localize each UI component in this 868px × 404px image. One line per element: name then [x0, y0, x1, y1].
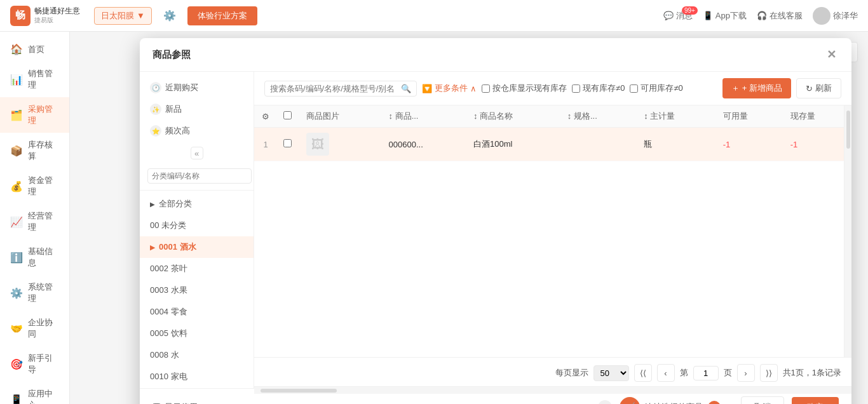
- sidebar-label: 新手引导: [28, 353, 59, 375]
- message-badge: 99+: [682, 6, 698, 15]
- sidebar-item-enterprise[interactable]: 🤝 企业协同: [0, 311, 69, 346]
- sidebar-item-finance[interactable]: 💰 资金管理: [0, 168, 69, 204]
- app-download-button[interactable]: 📱 App下载: [703, 10, 747, 22]
- col-name[interactable]: ↕ 商品名称: [467, 105, 561, 128]
- add-product-button[interactable]: ＋ + 新增商品: [722, 78, 791, 98]
- info-icon: ℹ️: [10, 252, 23, 264]
- high-frequency-filter[interactable]: ⭐ 频次高: [140, 120, 254, 142]
- first-page-button[interactable]: ⟨⟨: [634, 364, 652, 382]
- category-search-row: 🔍: [140, 165, 254, 187]
- sidebar-label: 库存核算: [28, 139, 59, 162]
- sidebar-item-system[interactable]: ⚙️ 系统管理: [0, 275, 69, 311]
- category-label: 0008 水: [150, 349, 179, 361]
- sidebar-item-purchase[interactable]: 🗂️ 采购管理: [0, 97, 69, 133]
- category-0004[interactable]: 0004 零食: [140, 301, 254, 323]
- product-search-wrap: 🔍: [264, 81, 417, 97]
- pagination: 每页显示 10 20 50 100 ⟨⟨ ‹ 第 页 › ⟩⟩: [254, 357, 851, 388]
- category-all[interactable]: ▶ 全部分类: [140, 193, 254, 215]
- messages-button[interactable]: 💬 消息 99+: [663, 10, 693, 22]
- category-label: 全部分类: [159, 198, 192, 210]
- category-label: 00 未分类: [150, 220, 186, 231]
- new-icon: ✨: [150, 104, 161, 115]
- toolbar-right: ＋ + 新增商品 ↻ 刷新: [722, 78, 841, 98]
- checkbox-warehouse-stock[interactable]: 按仓库显示现有库存: [482, 83, 567, 94]
- cart-icon[interactable]: 🛒: [620, 397, 640, 404]
- user-profile[interactable]: 徐泽华: [813, 7, 858, 25]
- chevron-up-icon[interactable]: ∧: [726, 401, 733, 405]
- col-unit[interactable]: ↕ 主计量: [637, 105, 716, 128]
- category-search-input[interactable]: [147, 168, 252, 184]
- right-panel: 🔍 🔽 更多条件 ∧ 按仓库显示现有库存: [254, 72, 851, 388]
- home-icon: 🏠: [10, 43, 23, 55]
- next-page-button[interactable]: ›: [737, 364, 755, 382]
- col-image: 商品图片: [300, 105, 383, 128]
- dialog-close-button[interactable]: ✕: [824, 47, 839, 62]
- store-selector[interactable]: 日太阳膜 ▼: [94, 7, 152, 25]
- vertical-scrollbar[interactable]: [844, 105, 851, 357]
- sidebar-item-apps[interactable]: 📱 应用中心: [0, 382, 69, 404]
- purchase-icon: 🗂️: [10, 109, 23, 121]
- sidebar-item-home[interactable]: 🏠 首页: [0, 37, 69, 62]
- sidebar-label: 资金管理: [28, 175, 59, 198]
- enterprise-icon: 🤝: [10, 323, 23, 335]
- product-search-input[interactable]: [270, 84, 397, 93]
- cart-count: 0: [708, 401, 721, 404]
- sidebar-item-inventory[interactable]: 📦 库存核算: [0, 133, 69, 168]
- main-content: 查询 设置 刷新 商品参照 ✕ 🕐 近期购买 ✨: [70, 32, 868, 404]
- online-service-button[interactable]: 🎧 在线客服: [757, 10, 803, 22]
- table-row[interactable]: 1 🖼 000600... 白酒100ml 瓶 -1: [254, 128, 851, 161]
- search-icon[interactable]: 🔍: [401, 84, 411, 93]
- row-checkbox-cell[interactable]: [277, 128, 300, 161]
- col-code[interactable]: ↕ 商品...: [383, 105, 468, 128]
- col-available: 可用量: [717, 105, 784, 128]
- row-stock-cell: -1: [784, 128, 851, 161]
- select-all-checkbox[interactable]: [283, 111, 292, 119]
- col-settings[interactable]: ⚙: [254, 105, 277, 128]
- arrow-right-icon: ▶: [150, 244, 155, 251]
- category-label: 0002 茶叶: [150, 263, 187, 274]
- category-0010[interactable]: 0010 家电: [140, 366, 254, 387]
- prev-page-button[interactable]: ‹: [657, 364, 675, 382]
- recent-purchase-filter[interactable]: 🕐 近期购买: [140, 77, 254, 98]
- logo-area: 畅 畅捷通好生意 捷易版: [10, 6, 86, 26]
- message-icon: 💬: [663, 11, 674, 20]
- help-icon[interactable]: ?: [598, 400, 612, 404]
- checkbox-stock-not-zero[interactable]: 现有库存≠0: [572, 83, 625, 94]
- sidebar-item-guide[interactable]: 🎯 新手引导: [0, 346, 69, 382]
- per-page-label: 每页显示: [555, 367, 588, 379]
- page-size-select[interactable]: 10 20 50 100: [593, 365, 629, 381]
- logo-icon: 畅: [10, 6, 31, 26]
- sidebar-item-operations[interactable]: 📈 经营管理: [0, 204, 69, 239]
- filter-bar: 🔍 🔽 更多条件 ∧ 按仓库显示现有库存: [254, 72, 851, 105]
- trial-button[interactable]: 体验行业方案: [187, 6, 257, 25]
- more-conditions-button[interactable]: 🔽 更多条件 ∧: [422, 83, 477, 94]
- product-reference-dialog: 商品参照 ✕ 🕐 近期购买 ✨ 新品 ⭐ 频次: [140, 38, 851, 404]
- col-select-all[interactable]: [277, 105, 300, 128]
- settings-icon[interactable]: ⚙️: [159, 6, 180, 26]
- left-panel: 🕐 近期购买 ✨ 新品 ⭐ 频次高 «: [140, 72, 254, 388]
- category-0001[interactable]: ▶ 0001 酒水: [140, 236, 254, 258]
- show-disabled-checkbox[interactable]: 显示停用: [153, 401, 198, 404]
- row-spec-cell: [561, 128, 637, 161]
- horizontal-scrollbar[interactable]: [254, 386, 851, 388]
- page-input[interactable]: [693, 366, 719, 380]
- row-checkbox[interactable]: [283, 139, 292, 147]
- category-0005[interactable]: 0005 饮料: [140, 323, 254, 344]
- category-0002[interactable]: 0002 茶叶: [140, 258, 254, 279]
- category-0003[interactable]: 0003 水果: [140, 279, 254, 301]
- last-page-button[interactable]: ⟩⟩: [760, 364, 778, 382]
- product-image: 🖼: [306, 133, 329, 156]
- checkbox-available-not-zero[interactable]: 可用库存≠0: [630, 83, 682, 94]
- collapse-button[interactable]: «: [191, 147, 203, 159]
- cancel-button[interactable]: 取消: [741, 396, 784, 404]
- confirm-button[interactable]: 确定: [792, 397, 839, 404]
- category-0008[interactable]: 0008 水: [140, 344, 254, 366]
- sidebar-item-basic-info[interactable]: ℹ️ 基础信息: [0, 239, 69, 275]
- col-spec[interactable]: ↕ 规格...: [561, 105, 637, 128]
- new-product-filter[interactable]: ✨ 新品: [140, 98, 254, 120]
- filter-label: 近期购买: [165, 82, 198, 93]
- category-00[interactable]: 00 未分类: [140, 215, 254, 236]
- sidebar-item-sales[interactable]: 📊 销售管理: [0, 62, 69, 97]
- ops-icon: 📈: [10, 216, 23, 228]
- refresh-button[interactable]: ↻ 刷新: [796, 78, 841, 98]
